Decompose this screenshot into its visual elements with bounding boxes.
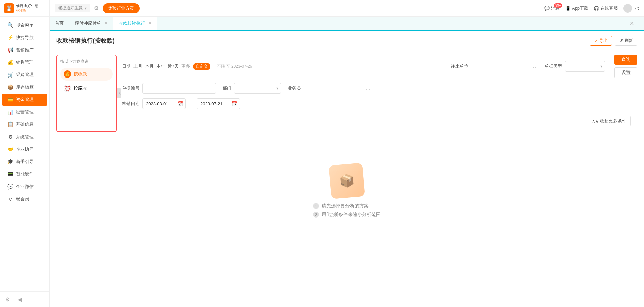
marketing-nav-icon: 📢 <box>7 47 13 53</box>
tab-verify-close-icon[interactable]: ✕ <box>148 21 152 26</box>
empty-illustration: 📦 <box>329 163 365 199</box>
sidebar-item-enterprise[interactable]: 🤝 企业协同 <box>2 143 47 155</box>
query-button[interactable]: 查询 <box>614 55 637 65</box>
export-icon: ↗ <box>594 38 598 43</box>
tab-prepay-label: 预付冲应付单 <box>75 20 101 27</box>
counterparty-select[interactable]: … <box>471 62 538 71</box>
dept-select[interactable] <box>234 83 281 94</box>
topbar-gear-icon[interactable]: ⚙ <box>94 5 99 11</box>
date-link-thismonth[interactable]: 本月 <box>145 63 154 69</box>
counterparty-dots-icon[interactable]: … <box>533 63 538 69</box>
topbar-service[interactable]: 🎧 在线客服 <box>594 5 618 11</box>
date-range-text: 不限 至 2023-07-26 <box>217 64 252 69</box>
filter-sidebar-collapse-btn[interactable]: 《 <box>117 88 121 98</box>
vip-nav-icon: V <box>7 196 13 202</box>
dept-select-wrap <box>234 83 281 94</box>
hardware-nav-icon: 📟 <box>7 171 13 177</box>
sidebar-item-search[interactable]: 🔍 搜索菜单 <box>2 19 47 31</box>
export-label: 导出 <box>599 38 608 44</box>
topbar-app-download[interactable]: 📱 App下载 <box>565 5 588 11</box>
verify-date-end-wrap: 📅 <box>197 98 240 109</box>
sales-nav-label: 销售管理 <box>16 59 34 65</box>
management-nav-label: 经营管理 <box>16 109 34 115</box>
guide-nav-icon: 🎓 <box>7 159 13 165</box>
collapse-more-button[interactable]: ∧∧ 收起更多条件 <box>588 116 631 126</box>
topbar-right: 💬 消息 99+ 📱 App下载 🎧 在线客服 Rit <box>544 4 639 13</box>
topbar: 畅捷通好生意 ▾ ⚙ 休验行业方案 💬 消息 99+ 📱 App下载 🎧 在线客… <box>50 0 644 17</box>
filter-sidebar-title: 按以下方案查询 <box>60 59 113 64</box>
tab-verify[interactable]: 收款核销执行 ✕ <box>113 17 157 31</box>
main-area: 畅捷通好生意 ▾ ⚙ 休验行业方案 💬 消息 99+ 📱 App下载 🎧 在线客… <box>50 0 644 307</box>
sidebar-item-marketing[interactable]: 📢 营销推广 <box>2 44 47 56</box>
tab-home[interactable]: 首页 <box>50 16 69 31</box>
topbar-brand-text: 畅捷通好生意 <box>58 5 83 11</box>
query-actions: 查询 设置 <box>614 55 637 78</box>
sidebar-item-hardware[interactable]: 📟 智能硬件 <box>2 168 47 180</box>
refresh-label: 刷新 <box>624 38 633 44</box>
sidebar-item-finance[interactable]: 💳 资金管理 <box>2 94 47 106</box>
sidebar-item-management[interactable]: 📊 经营管理 <box>2 106 47 118</box>
sidebar-settings-btn[interactable]: ⚙ <box>3 294 13 304</box>
filter-bottom-row: ∧∧ 收起更多条件 <box>122 114 637 132</box>
sidebar-item-wechat[interactable]: 💬 企业微信 <box>2 181 47 193</box>
wechat-nav-icon: 💬 <box>7 184 13 190</box>
salesman-label: 业务员 <box>288 85 301 91</box>
user-name: Rit <box>633 6 639 11</box>
tab-close-all-icon[interactable]: ✕ <box>630 20 634 27</box>
topbar-brand-chevron-icon: ▾ <box>85 6 87 11</box>
finance-nav-icon: 💳 <box>7 97 13 103</box>
sidebar-item-guide[interactable]: 🎓 新手引导 <box>2 156 47 168</box>
sidebar-item-purchase[interactable]: 🛒 采购管理 <box>2 69 47 81</box>
tabbar: 首页 预付冲应付单 ✕ 收款核销执行 ✕ ✕ ⛶ <box>50 17 644 31</box>
refresh-button[interactable]: ↺ 刷新 <box>615 36 637 46</box>
topbar-brand[interactable]: 畅捷通好生意 ▾ <box>55 4 90 12</box>
tab-prepay[interactable]: 预付冲应付单 ✕ <box>69 16 113 31</box>
verify-date-end-calendar-icon[interactable]: 📅 <box>232 101 237 106</box>
filter-row-1: 日期 上月 本月 本年 近7天 更多 自定义 不限 至 2023-07-26 <box>122 55 637 78</box>
refresh-icon: ↺ <box>619 38 623 43</box>
hardware-nav-label: 智能硬件 <box>16 171 34 177</box>
date-range-display: 不限 至 2023-07-26 <box>217 64 252 69</box>
sidebar-item-sales[interactable]: 💰 销售管理 <box>2 56 47 68</box>
collapse-icon: ∧∧ <box>592 119 599 124</box>
filter-option-by-receipt[interactable]: 💰 按收款 <box>60 68 113 81</box>
tip-text-2: 用[过滤]条件来缩小分析范围 <box>322 212 381 218</box>
salesman-select[interactable]: … <box>304 84 371 93</box>
topbar-user[interactable]: Rit <box>623 4 639 13</box>
filter-option-by-receivable[interactable]: ⏰ 按应收 <box>60 82 113 95</box>
salesman-dots-icon[interactable]: … <box>365 85 371 91</box>
tab-prepay-close-icon[interactable]: ✕ <box>104 21 108 26</box>
collapse-label: 收起更多条件 <box>600 118 626 124</box>
sidebar-item-quick[interactable]: ⚡ 快捷导航 <box>2 32 47 44</box>
filter-row-3: 核销日期 📅 — 📅 <box>122 98 637 109</box>
date-link-thisyear[interactable]: 本年 <box>156 63 165 69</box>
verify-date-start-calendar-icon[interactable]: 📅 <box>177 101 183 106</box>
export-button[interactable]: ↗ 导出 <box>590 36 612 46</box>
quick-nav-icon: ⚡ <box>7 35 13 41</box>
tip-num-1: 1 <box>313 203 319 209</box>
sidebar-item-system[interactable]: ⚙ 系统管理 <box>2 131 47 143</box>
solution-button[interactable]: 休验行业方案 <box>103 3 140 13</box>
sidebar-item-basic[interactable]: 📋 基础信息 <box>2 118 47 131</box>
enterprise-nav-label: 企业协同 <box>16 146 34 152</box>
doc-type-label: 单据类型 <box>545 63 562 69</box>
topbar-message[interactable]: 💬 消息 99+ <box>544 5 560 11</box>
date-link-lastmonth[interactable]: 上月 <box>133 63 142 69</box>
sidebar-item-vip[interactable]: V 畅会员 <box>2 193 47 205</box>
filter-sidebar: 按以下方案查询 💰 按收款 ⏰ 按应收 《 <box>56 55 117 132</box>
settings-button[interactable]: 设置 <box>614 67 637 78</box>
sidebar-collapse-btn[interactable]: ◀ <box>15 294 25 304</box>
date-link-7days[interactable]: 近7天 <box>168 63 179 69</box>
doc-type-select[interactable] <box>565 61 605 72</box>
date-link-custom[interactable]: 自定义 <box>193 63 210 70</box>
sidebar: 🐰 畅捷通好生意 标准版 🔍 搜索菜单 ⚡ 快捷导航 📢 营销推广 💰 销售管理… <box>0 0 50 307</box>
date-link-more[interactable]: 更多 <box>181 63 190 69</box>
doc-no-input[interactable] <box>142 83 216 94</box>
verify-date-range: 📅 — 📅 <box>142 98 240 109</box>
quick-nav-label: 快捷导航 <box>16 35 34 41</box>
enterprise-nav-icon: 🤝 <box>7 146 13 152</box>
tab-fullscreen-icon[interactable]: ⛶ <box>635 20 641 27</box>
sidebar-item-inventory[interactable]: 📦 库存核算 <box>2 81 47 93</box>
date-field: 日期 上月 本月 本年 近7天 更多 自定义 <box>122 63 210 70</box>
doc-no-label: 单据编号 <box>122 85 140 91</box>
